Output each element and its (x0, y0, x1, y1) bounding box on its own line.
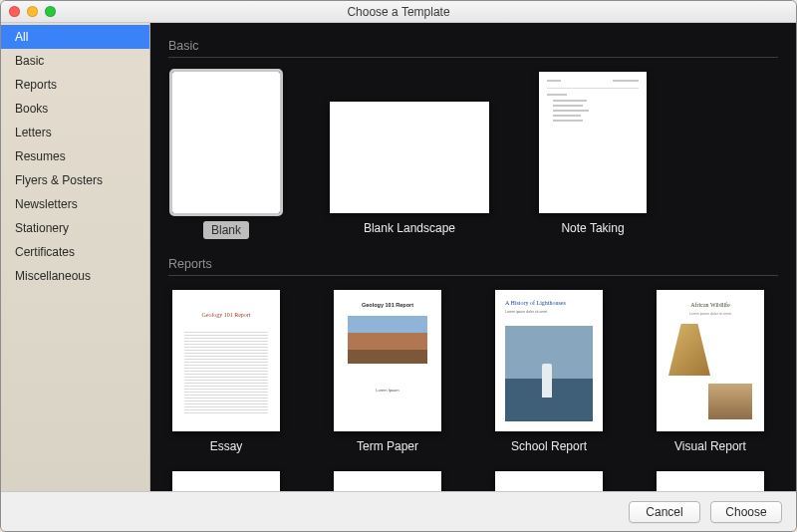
template-thumb: African Wildlife Lorem ipsum dolor sit a… (657, 290, 764, 431)
sidebar-item-label: All (15, 30, 28, 44)
choose-button[interactable]: Choose (710, 501, 782, 523)
sidebar-item-stationery[interactable]: Stationery (1, 216, 149, 240)
window-title: Choose a Template (1, 5, 796, 19)
section-header-basic: Basic (168, 39, 778, 53)
sidebar-item-basic[interactable]: Basic (1, 49, 149, 73)
thumb-subtext: Lorem ipsum dolor sit amet (657, 312, 764, 316)
window-body: All Basic Reports Books Letters Resumes … (1, 23, 796, 491)
template-label: Blank Landscape (364, 221, 455, 235)
sidebar-item-letters[interactable]: Letters (1, 121, 149, 144)
template-thumb: Geology 101 Report (172, 290, 280, 431)
template-blank[interactable]: Blank (168, 72, 284, 239)
template-thumb: Geology 101 Report Lorem Ipsum (334, 290, 441, 431)
template-grid-reports: Geology 101 Report Essay Geology 101 Rep… (168, 290, 778, 453)
zoom-window-button[interactable] (45, 6, 56, 17)
template-term-paper[interactable]: Geology 101 Report Lorem Ipsum Term Pape… (330, 290, 445, 453)
section-divider (168, 275, 778, 276)
sidebar-item-label: Letters (15, 126, 52, 139)
thumb-subtext: Lorem ipsum dolor sit amet (505, 310, 547, 314)
template-thumb (334, 471, 441, 491)
cancel-button[interactable]: Cancel (629, 501, 700, 523)
footer-bar: Cancel Choose (1, 491, 796, 531)
thumb-subtext: Lorem Ipsum (334, 388, 441, 393)
sidebar-item-label: Books (15, 102, 48, 116)
template-label: School Report (511, 439, 587, 453)
traffic-lights (9, 6, 56, 17)
sidebar-item-label: Certificates (15, 245, 75, 259)
template-grid-partial (168, 471, 778, 491)
sidebar-item-flyers-posters[interactable]: Flyers & Posters (1, 168, 149, 192)
template-blank-landscape[interactable]: Blank Landscape (330, 72, 489, 239)
template-item[interactable] (168, 471, 284, 491)
thumb-title: Geology 101 Report (334, 302, 441, 308)
section-divider (168, 57, 778, 58)
template-label: Blank (203, 221, 249, 239)
sidebar-item-label: Stationery (15, 221, 69, 235)
template-item[interactable] (653, 471, 768, 491)
thumb-image (505, 326, 593, 421)
thumb-image (708, 384, 752, 419)
template-label: Essay (210, 439, 243, 453)
sidebar-item-reports[interactable]: Reports (1, 73, 149, 97)
sidebar-item-newsletters[interactable]: Newsletters (1, 192, 149, 216)
titlebar: Choose a Template (1, 1, 796, 23)
template-thumb (495, 471, 603, 491)
template-item[interactable] (330, 471, 445, 491)
button-label: Cancel (646, 505, 682, 519)
thumb-title: Geology 101 Report (172, 312, 280, 318)
template-note-taking[interactable]: Note Taking (535, 72, 651, 239)
thumb-image (668, 324, 710, 376)
template-label: Note Taking (561, 221, 624, 235)
template-visual-report[interactable]: African Wildlife Lorem ipsum dolor sit a… (653, 290, 768, 453)
sidebar-item-miscellaneous[interactable]: Miscellaneous (1, 264, 149, 288)
template-item[interactable] (491, 471, 607, 491)
sidebar-item-books[interactable]: Books (1, 97, 149, 121)
template-thumb (172, 72, 280, 213)
thumb-title: A History of Lighthouses (505, 300, 566, 306)
template-thumb (539, 72, 647, 213)
template-thumb (330, 102, 489, 213)
close-window-button[interactable] (9, 6, 20, 17)
section-header-reports: Reports (168, 257, 778, 271)
sidebar-item-label: Resumes (15, 149, 66, 163)
minimize-window-button[interactable] (27, 6, 38, 17)
template-label: Visual Report (674, 439, 746, 453)
sidebar-item-certificates[interactable]: Certificates (1, 240, 149, 264)
sidebar-item-label: Reports (15, 78, 57, 92)
sidebar-item-label: Basic (15, 54, 44, 68)
thumb-image (348, 316, 427, 364)
thumb-title: African Wildlife (657, 302, 764, 308)
sidebar-item-label: Flyers & Posters (15, 173, 103, 187)
template-thumb: A History of Lighthouses Lorem ipsum dol… (495, 290, 603, 431)
template-essay[interactable]: Geology 101 Report Essay (168, 290, 284, 453)
template-grid-basic: Blank Blank Landscape (168, 72, 778, 239)
template-chooser-window: Choose a Template All Basic Reports Book… (0, 0, 797, 532)
template-label: Term Paper (357, 439, 418, 453)
template-thumb (657, 471, 764, 491)
template-school-report[interactable]: A History of Lighthouses Lorem ipsum dol… (491, 290, 607, 453)
sidebar-item-all[interactable]: All (1, 25, 149, 49)
template-grid-scroll[interactable]: Basic Blank Blank Landscape (150, 23, 796, 491)
sidebar-item-resumes[interactable]: Resumes (1, 144, 149, 168)
template-thumb (172, 471, 280, 491)
button-label: Choose (725, 505, 766, 519)
sidebar-item-label: Miscellaneous (15, 269, 91, 283)
sidebar-item-label: Newsletters (15, 197, 78, 211)
category-sidebar: All Basic Reports Books Letters Resumes … (1, 23, 150, 491)
